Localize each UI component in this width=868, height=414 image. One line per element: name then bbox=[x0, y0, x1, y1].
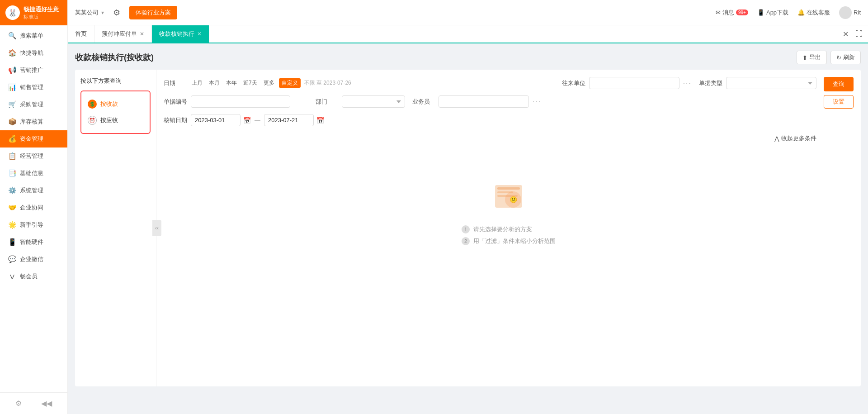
sidebar-item-purchase[interactable]: 🛒 采购管理 bbox=[0, 96, 67, 113]
filter-by-receivable[interactable]: ⏰ 按应收 bbox=[85, 112, 146, 128]
export-label: 导出 bbox=[809, 53, 821, 62]
tab-expand-btn[interactable]: ⛶ bbox=[854, 29, 864, 39]
app-download-icon: 📱 bbox=[757, 9, 764, 16]
date-this-year[interactable]: 本年 bbox=[224, 78, 239, 88]
sidebar: 🐰 畅捷通好生意 标准版 🔍 搜索菜单 🏠 快捷导航 📢 营销推广 📊 销售管理… bbox=[0, 0, 68, 414]
tab-prepay[interactable]: 预付冲应付单 ✕ bbox=[94, 25, 152, 43]
company-name: 某某公司 bbox=[75, 9, 99, 17]
sidebar-item-guide[interactable]: 🌟 新手引导 bbox=[0, 216, 67, 233]
tab-prepay-close[interactable]: ✕ bbox=[140, 31, 144, 37]
salesperson-more-btn[interactable]: ··· bbox=[533, 98, 541, 106]
sidebar-item-sales[interactable]: 📊 销售管理 bbox=[0, 79, 67, 96]
verify-date-end[interactable] bbox=[264, 114, 314, 126]
salesperson-field: 业务员 ··· bbox=[412, 95, 541, 108]
filter-sidebar-collapse-btn[interactable]: ‹‹ bbox=[152, 220, 161, 236]
message-label: 消息 bbox=[722, 9, 734, 17]
date-field: 日期 上月 本月 本年 近7天 更多 自定义 不限 至 2023-07-26 bbox=[164, 78, 351, 88]
filter-receivable-label: 按应收 bbox=[100, 116, 118, 124]
message-btn[interactable]: ✉ 消息 99+ bbox=[716, 9, 748, 17]
page-title: 收款核销执行(按收款) bbox=[75, 52, 154, 63]
sidebar-item-search[interactable]: 🔍 搜索菜单 bbox=[0, 27, 67, 44]
query-button[interactable]: 查询 bbox=[824, 77, 854, 91]
sidebar-item-sysadmin[interactable]: ⚙️ 系统管理 bbox=[0, 182, 67, 199]
inventory-icon: 📦 bbox=[8, 118, 16, 126]
tab-receipt-close[interactable]: ✕ bbox=[197, 31, 202, 37]
message-icon: ✉ bbox=[716, 9, 721, 16]
sidebar-item-wechat[interactable]: 💬 企业微信 bbox=[0, 251, 67, 268]
doc-type-select[interactable] bbox=[726, 77, 816, 89]
home-icon: 🏠 bbox=[8, 49, 16, 57]
salesperson-input[interactable] bbox=[439, 95, 529, 108]
hint-num-1: 1 bbox=[462, 225, 470, 233]
collapse-more-label: 收起更多条件 bbox=[781, 134, 816, 143]
refresh-icon: ↻ bbox=[836, 54, 841, 61]
guide-icon: 🌟 bbox=[8, 221, 16, 229]
tab-home[interactable]: 首页 bbox=[68, 25, 94, 43]
tab-close-all-btn[interactable]: ✕ bbox=[840, 29, 851, 39]
date-range-text: 不限 至 2023-07-26 bbox=[304, 79, 351, 87]
sidebar-item-quicknav[interactable]: 🏠 快捷导航 bbox=[0, 44, 67, 62]
finance-icon: 💰 bbox=[8, 135, 16, 143]
topbar-settings-btn[interactable]: ⚙ bbox=[109, 5, 124, 20]
date-last-month[interactable]: 上月 bbox=[190, 78, 204, 88]
filter-by-receipt[interactable]: 💲 按收款 bbox=[85, 96, 146, 112]
sidebar-item-inventory[interactable]: 📦 库存核算 bbox=[0, 113, 67, 130]
doc-number-field: 单据编号 bbox=[164, 95, 290, 108]
sidebar-item-marketing[interactable]: 📢 营销推广 bbox=[0, 62, 67, 79]
date-this-month[interactable]: 本月 bbox=[207, 78, 222, 88]
export-button[interactable]: ⬆ 导出 bbox=[797, 51, 827, 64]
app-logo-icon: 🐰 bbox=[5, 5, 20, 20]
tabbar: 首页 预付冲应付单 ✕ 收款核销执行 ✕ ✕ ⛶ bbox=[68, 25, 868, 43]
page-header-actions: ⬆ 导出 ↻ 刷新 bbox=[797, 51, 861, 64]
user-menu[interactable]: Rit bbox=[839, 6, 861, 19]
hint1-text: 请先选择要分析的方案 bbox=[473, 225, 532, 233]
content-area: 收款核销执行(按收款) ⬆ 导出 ↻ 刷新 按以下方案查询 💲 bbox=[68, 43, 868, 414]
hardware-icon: 📱 bbox=[8, 238, 16, 246]
refresh-button[interactable]: ↻ 刷新 bbox=[830, 51, 861, 64]
solution-button[interactable]: 体验行业方案 bbox=[129, 6, 177, 19]
online-service-label: 在线客服 bbox=[807, 9, 830, 17]
settings-button[interactable]: 设置 bbox=[824, 95, 854, 109]
online-service-btn[interactable]: 🔔 在线客服 bbox=[797, 9, 830, 17]
sidebar-item-operations[interactable]: 📋 经营管理 bbox=[0, 148, 67, 165]
app-download-btn[interactable]: 📱 App下载 bbox=[757, 9, 788, 17]
empty-state: 😕 1 请先选择要分析的方案 2 用「过滤」条件来缩小分析范围 bbox=[164, 144, 854, 272]
date-more[interactable]: 更多 bbox=[262, 78, 276, 88]
empty-hint-2: 2 用「过滤」条件来缩小分析范围 bbox=[462, 237, 556, 245]
empty-text: 1 请先选择要分析的方案 2 用「过滤」条件来缩小分析范围 bbox=[462, 225, 556, 245]
verify-date-end-calendar-icon[interactable]: 📅 bbox=[316, 117, 324, 124]
department-label: 部门 bbox=[316, 98, 338, 106]
sidebar-bottom: ⚙ ◀◀ bbox=[0, 392, 67, 414]
topbar-actions: ✉ 消息 99+ 📱 App下载 🔔 在线客服 Rit bbox=[716, 6, 861, 19]
collapse-more-btn[interactable]: ⋀ 收起更多条件 bbox=[164, 133, 816, 144]
page-header: 收款核销执行(按收款) ⬆ 导出 ↻ 刷新 bbox=[75, 51, 861, 64]
doc-number-input[interactable] bbox=[191, 95, 290, 108]
doc-type-field: 单据类型 bbox=[699, 77, 816, 89]
tabbar-controls: ✕ ⛶ bbox=[836, 25, 868, 43]
verify-date-start[interactable] bbox=[191, 114, 241, 126]
empty-illustration: 😕 bbox=[486, 171, 531, 218]
date-7days[interactable]: 近7天 bbox=[241, 78, 259, 88]
sidebar-item-member[interactable]: V 畅会员 bbox=[0, 268, 67, 285]
main-area: 某某公司 ▾ ⚙ 体验行业方案 ✉ 消息 99+ 📱 App下载 🔔 在线客服 … bbox=[68, 0, 868, 414]
sidebar-collapse-btn[interactable]: ◀◀ bbox=[41, 399, 52, 408]
sidebar-logo: 🐰 畅捷通好生意 标准版 bbox=[0, 0, 67, 25]
hint-num-2: 2 bbox=[462, 237, 470, 245]
counterparty-input[interactable] bbox=[589, 77, 679, 89]
sidebar-item-enterprise[interactable]: 🤝 企业协同 bbox=[0, 199, 67, 216]
verify-date-start-calendar-icon[interactable]: 📅 bbox=[243, 117, 251, 124]
sidebar-item-finance[interactable]: 💰 资金管理 bbox=[0, 130, 67, 148]
sidebar-settings-btn[interactable]: ⚙ bbox=[15, 399, 22, 408]
user-avatar bbox=[839, 6, 852, 19]
receivable-filter-icon: ⏰ bbox=[88, 116, 97, 125]
counterparty-more-btn[interactable]: ··· bbox=[683, 79, 692, 87]
department-select[interactable] bbox=[342, 95, 405, 108]
date-custom[interactable]: 自定义 bbox=[279, 78, 301, 88]
verify-date-label: 核销日期 bbox=[164, 116, 187, 124]
sidebar-item-basics[interactable]: 📑 基础信息 bbox=[0, 165, 67, 182]
topbar-company[interactable]: 某某公司 ▾ bbox=[75, 9, 104, 17]
filter-options-box: 💲 按收款 ⏰ 按应收 bbox=[80, 90, 151, 134]
sidebar-item-hardware[interactable]: 📱 智能硬件 bbox=[0, 233, 67, 251]
tab-receipt[interactable]: 收款核销执行 ✕ bbox=[152, 25, 209, 43]
counterparty-field: 往来单位 ··· bbox=[562, 77, 692, 89]
